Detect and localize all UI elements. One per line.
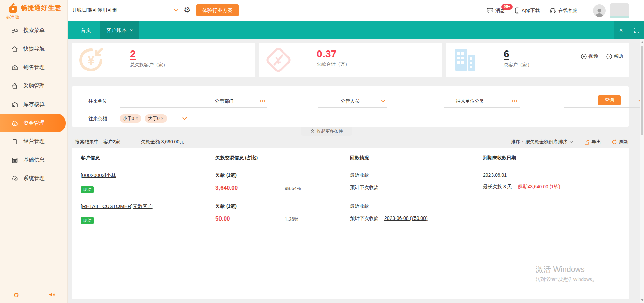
sidebar-item-label: 快捷导航 bbox=[23, 45, 45, 53]
overdue-amount-link[interactable]: 超期¥3,640.00 (1笔) bbox=[518, 184, 560, 189]
sidebar-item-sales[interactable]: $ 销售管理 bbox=[0, 58, 67, 77]
double-chevron-up-icon bbox=[310, 129, 315, 133]
recent-payment-label: 最近收款 bbox=[350, 172, 476, 178]
buildings-icon bbox=[451, 46, 479, 74]
remove-tag-icon[interactable]: × bbox=[161, 116, 163, 121]
remove-tag-icon[interactable]: × bbox=[136, 116, 138, 121]
results-summary: 搜索结果中，客户2家 bbox=[75, 139, 120, 145]
coin-yen-icon: ¥ bbox=[77, 46, 106, 74]
filter-panel: 往来单位 分管部门 分管人员 bbox=[72, 86, 629, 127]
col-repayment: 回款情况 bbox=[350, 148, 483, 167]
next-payment-label: 预计下次收款 bbox=[350, 215, 378, 221]
main-content: ¥ 2 总欠款客户（家） ¥ 0.37 欠款合计（万） bbox=[68, 39, 644, 303]
topbar: 开账日期可停用可删 ⚙ 体验行业方案 消息 99+ App下载 bbox=[68, 0, 644, 21]
filter-label: 分管人员 bbox=[341, 94, 360, 108]
tab-customer-ledger[interactable]: 客户账本 × bbox=[100, 21, 139, 39]
help-links: 视频 ? 帮助 bbox=[581, 53, 623, 59]
video-link[interactable]: 视频 bbox=[581, 53, 598, 59]
sidebar-item-basic-info[interactable]: 基础信息 bbox=[0, 151, 67, 169]
svg-text:$: $ bbox=[14, 67, 16, 70]
sidebar-item-inventory[interactable]: 库存核算 bbox=[0, 95, 67, 114]
chevron-down-icon bbox=[174, 9, 178, 12]
debt-count: 欠款 (1笔) bbox=[215, 203, 343, 209]
table-header: 客户信息 欠款交易信息 (占比) 回款情况 到期未收款日期 bbox=[72, 148, 629, 167]
balance-select[interactable]: 小于0 × 大于0 × bbox=[120, 112, 200, 125]
col-debt-info: 欠款交易信息 (占比) bbox=[215, 148, 350, 167]
next-payment-value[interactable]: 2023-06-08 (¥50.00) bbox=[384, 215, 428, 221]
sidebar-item-operations[interactable]: 经营管理 bbox=[0, 132, 67, 151]
scroll-down-icon[interactable] bbox=[641, 299, 644, 301]
next-payment-label: 预计下次收款 bbox=[350, 184, 378, 190]
col-customer-info: 客户信息 bbox=[81, 148, 215, 167]
recent-payment-label: 最近收款 bbox=[350, 203, 476, 209]
close-all-tabs-icon[interactable]: × bbox=[614, 21, 629, 39]
customer-link[interactable]: [RETAIL_CUSTOMER]零散客户 bbox=[81, 203, 153, 210]
stat-total-customers-label: 总客户（家） bbox=[504, 62, 532, 68]
app-download-button[interactable]: App下载 bbox=[515, 7, 540, 14]
customer-cell: [00020003]小林 现结 bbox=[81, 167, 215, 198]
settlement-badge: 现结 bbox=[81, 217, 94, 224]
help-link[interactable]: ? 帮助 bbox=[606, 53, 623, 59]
chevron-down-icon bbox=[182, 117, 187, 120]
refresh-icon bbox=[612, 139, 617, 145]
due-date: 2023.06.01 bbox=[483, 172, 622, 178]
clipboard-icon bbox=[11, 138, 19, 145]
vertical-scrollbar[interactable] bbox=[640, 39, 644, 303]
sidebar: 畅捷通好生意 标准版 搜索菜单 快捷导航 bbox=[0, 0, 68, 303]
stat-debt-customers-value[interactable]: 2 bbox=[130, 48, 136, 60]
warehouse-icon bbox=[11, 101, 19, 108]
online-service-button[interactable]: 在线客服 bbox=[550, 7, 577, 14]
customer-link[interactable]: [00020003]小林 bbox=[81, 172, 116, 179]
sort-selector[interactable]: 排序：按欠款金额倒序排序 bbox=[511, 139, 573, 145]
message-bubble-icon bbox=[487, 8, 493, 14]
play-circle-icon bbox=[581, 54, 587, 59]
sidebar-item-system[interactable]: 系统管理 bbox=[0, 169, 67, 188]
system-settings-icon bbox=[11, 175, 19, 182]
svg-text:¥: ¥ bbox=[87, 53, 94, 67]
filter-label: 往来单位分类 bbox=[456, 94, 484, 108]
search-button[interactable]: 查询 bbox=[598, 95, 621, 105]
export-button[interactable]: 导出 bbox=[584, 139, 601, 145]
gear-icon[interactable]: ⚙ bbox=[184, 6, 191, 14]
stats-row: ¥ 2 总欠款客户（家） ¥ 0.37 欠款合计（万） bbox=[72, 43, 629, 77]
scrollbar-thumb[interactable] bbox=[641, 46, 643, 135]
sidebar-item-label: 基础信息 bbox=[23, 157, 45, 164]
debt-amount-link[interactable]: 3,640.00 bbox=[215, 184, 238, 191]
experience-plan-button[interactable]: 体验行业方案 bbox=[196, 4, 239, 16]
tabbar: 首页 客户账本 × × bbox=[68, 21, 644, 39]
document-icon bbox=[11, 157, 19, 164]
workspace-logo-placeholder[interactable] bbox=[610, 3, 629, 18]
stat-card-debt-customers: ¥ 2 总欠款客户（家） bbox=[72, 43, 255, 77]
no-yen-diamond-icon: ¥ bbox=[264, 46, 293, 74]
results-amount: 欠款金额 3,690.00元 bbox=[141, 139, 184, 145]
overdue-days: 最长欠款 3 天 bbox=[483, 184, 512, 189]
tab-close-icon[interactable]: × bbox=[130, 28, 133, 33]
sidebar-item-quick-nav[interactable]: 快捷导航 bbox=[0, 40, 67, 58]
announcement-speaker-icon[interactable] bbox=[48, 292, 55, 298]
account-set-select[interactable]: 开账日期可停用可删 bbox=[72, 5, 178, 16]
stat-card-debt-total: ¥ 0.37 欠款合计（万） bbox=[259, 43, 442, 77]
table-row: [RETAIL_CUSTOMER]零散客户 现结 欠款 (1笔) 50.00 1… bbox=[72, 198, 629, 229]
settings-gear-icon[interactable]: ⚙ bbox=[13, 291, 19, 298]
sales-icon: $ bbox=[11, 64, 19, 71]
scroll-up-icon[interactable] bbox=[641, 41, 644, 43]
app-download-label: App下载 bbox=[522, 8, 540, 14]
sidebar-item-search-menu[interactable]: 搜索菜单 bbox=[0, 21, 67, 40]
fullscreen-icon[interactable] bbox=[629, 21, 644, 39]
stat-card-total-customers: 6 总客户（家） 视频 ? bbox=[446, 43, 629, 77]
messages-button[interactable]: 消息 99+ bbox=[487, 8, 505, 14]
divider bbox=[586, 6, 586, 15]
refresh-button[interactable]: 刷新 bbox=[612, 139, 629, 145]
filter-balance-field: 往来余额 小于0 × 大于0 × bbox=[88, 112, 267, 125]
sidebar-item-funds[interactable]: ¥ 资金管理 bbox=[0, 114, 66, 132]
stat-total-customers-value[interactable]: 6 bbox=[504, 48, 509, 60]
filter-label: 往来单位 bbox=[88, 94, 107, 108]
user-avatar[interactable] bbox=[593, 4, 606, 17]
tab-home[interactable]: 首页 bbox=[72, 21, 100, 39]
debt-amount-link[interactable]: 50.00 bbox=[215, 215, 230, 222]
collapse-filters-button[interactable]: 收起更多条件 bbox=[301, 127, 352, 136]
settlement-badge: 现结 bbox=[81, 186, 94, 193]
tab-label: 客户账本 bbox=[106, 27, 127, 34]
sidebar-item-purchase[interactable]: 采购管理 bbox=[0, 77, 67, 95]
stat-debt-total-value: 0.37 bbox=[317, 48, 336, 59]
